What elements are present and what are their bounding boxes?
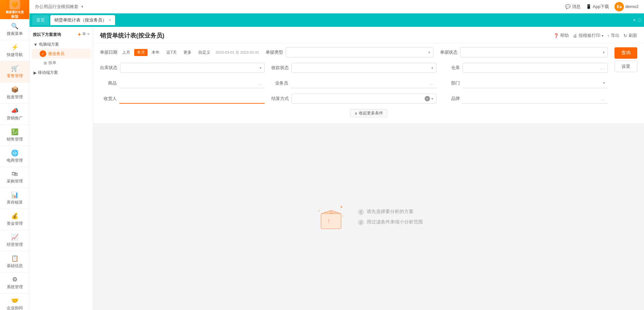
sidebar-item-purchase[interactable]: 🛍 采购管理 — [0, 167, 29, 188]
date-btn-year[interactable]: 本年 — [149, 49, 162, 56]
mobile-group-header[interactable]: ▶ 移动端方案 — [32, 68, 91, 77]
app-download-btn[interactable]: 📱 App下载 — [586, 4, 609, 10]
tab-bar: 首页 销货单统计表（按业务员） × × □ — [30, 13, 644, 27]
out-status-label: 出库状态 — [100, 65, 117, 71]
payment-status-label: 收款状态 — [271, 65, 289, 71]
sidebar-item-sales[interactable]: 💹 销售管理 — [0, 125, 29, 146]
warehouse-dots: ... — [600, 65, 605, 71]
goods-input[interactable]: ... — [119, 78, 265, 88]
tab-home[interactable]: 首页 — [32, 15, 49, 25]
breadcrumb-text: 办公用品行业模拟账套 — [35, 4, 78, 10]
logo-subtitle: 标版 — [11, 14, 18, 19]
department-input[interactable]: ▾ — [463, 78, 608, 88]
collapse-panel-btn[interactable]: « — [87, 32, 90, 38]
tree-item-salesperson-label: 按业务员 — [48, 51, 64, 57]
search-icon: 🔍 — [11, 22, 18, 30]
brand-dots: ... — [601, 96, 605, 102]
brand-input[interactable]: ... — [463, 94, 608, 104]
department-arrow: ▾ — [603, 81, 605, 85]
help-btn[interactable]: ❓ 帮助 — [553, 33, 569, 39]
maximize-btn[interactable]: □ — [639, 17, 641, 23]
collapse-bar: ∧ 收起更多条件 — [100, 107, 637, 119]
salesperson-input[interactable]: ... — [291, 78, 436, 88]
date-btn-7days[interactable]: 近7天 — [164, 49, 179, 56]
help-icon: ❓ — [553, 33, 559, 38]
filter-row-4: 收货人 结算方式 — [100, 94, 608, 104]
tree-item-order[interactable]: ⊞ 按单 — [32, 59, 91, 67]
sidebar-item-retail[interactable]: 🛒 零售管理 — [0, 61, 29, 83]
settlement-clear-btn[interactable]: × — [425, 96, 430, 101]
breadcrumb-arrow[interactable]: ▾ — [81, 4, 84, 9]
doc-type-arrow: ▾ — [428, 50, 430, 55]
sidebar-item-system[interactable]: ⚙ 系统管理 — [0, 272, 29, 294]
tree-group-mobile: ▶ 移动端方案 — [32, 68, 91, 77]
print-btn[interactable]: 🖨 按模板打印 ▾ — [573, 33, 603, 39]
settlement-input[interactable]: × ▾ — [291, 94, 436, 104]
date-range: 2023-03-01 至 2023-03-31 — [216, 50, 259, 55]
date-btn-cur-month[interactable]: 本月 — [134, 49, 148, 56]
empty-step-2: 2 用过滤条件来缩小分析范围 — [358, 219, 423, 225]
doc-status-label: 单据状态 — [440, 49, 458, 55]
tree-item-salesperson[interactable]: ✓ 按业务员 — [32, 49, 91, 59]
download-icon: 📱 — [586, 4, 591, 9]
sidebar-search[interactable]: 🔍 搜索菜单 — [0, 19, 29, 40]
settlement-field: 结算方式 × ▾ — [271, 94, 436, 104]
salesperson-field: 业务员 ... — [271, 78, 436, 88]
sidebar-item-operations[interactable]: 📈 经营管理 — [0, 230, 29, 251]
filter-row-1: 单据日期 上月 本月 本年 近7天 更多 自定义 2023-03-01 至 20… — [100, 47, 608, 57]
left-panel-header: 按以下方案查询 + ⚙ « — [30, 30, 93, 40]
breadcrumb: 办公用品行业模拟账套 ▾ — [35, 4, 84, 10]
sidebar-item-ecommerce[interactable]: 🌐 电商管理 — [0, 146, 29, 167]
payment-status-input[interactable]: ▾ — [291, 63, 436, 73]
filter-row-2: 出库状态 ▾ 收款状态 ▾ — [100, 63, 608, 73]
warehouse-label: 仓库 — [443, 65, 460, 71]
message-icon: 💬 — [565, 4, 571, 9]
export-btn[interactable]: ↑ 导出 — [607, 33, 620, 39]
warehouse-input[interactable]: ... — [463, 63, 608, 73]
sidebar-item-finance[interactable]: 💰 资金管理 — [0, 209, 29, 230]
sidebar-item-basic[interactable]: 📋 基础信息 — [0, 251, 29, 272]
right-content: 销货单统计表(按业务员) ❓ 帮助 🖨 按模板打印 ▾ ↑ 导出 — [93, 27, 644, 310]
left-panel-title: 按以下方案查询 — [33, 32, 61, 38]
out-status-field: 出库状态 ▾ — [100, 63, 265, 73]
message-btn[interactable]: 💬 消息 — [565, 4, 581, 10]
date-btn-custom[interactable]: 自定义 — [196, 49, 213, 56]
user-menu[interactable]: Ea demo2 — [614, 2, 639, 11]
add-scheme-btn[interactable]: + — [78, 32, 81, 38]
tab-close-btn[interactable]: × — [109, 18, 111, 22]
out-status-input[interactable]: ▾ — [120, 63, 265, 73]
collab-icon: 🤝 — [11, 297, 18, 304]
brand-field: 品牌 ... — [443, 94, 608, 104]
close-window-btn[interactable]: × — [633, 17, 636, 23]
doc-type-input[interactable]: ▾ — [286, 47, 433, 57]
department-field: 部门 ▾ — [443, 78, 608, 88]
purchase-icon: 🛍 — [12, 170, 18, 177]
sidebar-shortcut[interactable]: ⚡ 快捷导航 — [0, 40, 29, 61]
empty-step-1: 1 请先选择要分析的方案 — [358, 209, 423, 215]
print-icon: 🖨 — [573, 33, 577, 38]
shortcut-icon: ⚡ — [11, 44, 18, 51]
query-button[interactable]: 查询 — [614, 47, 637, 59]
sidebar-item-marketing[interactable]: 📣 营销推广 — [0, 104, 29, 125]
sidebar-item-inventory[interactable]: 📊 库存核算 — [0, 188, 29, 209]
receiver-input[interactable] — [119, 94, 265, 104]
refresh-btn[interactable]: ↻ 刷新 — [624, 33, 637, 39]
date-btn-more[interactable]: 更多 — [181, 49, 194, 56]
ecommerce-icon: 🌐 — [11, 149, 18, 157]
sidebar-item-wholesale[interactable]: 📦 批发管理 — [0, 83, 29, 104]
operations-icon: 📈 — [11, 234, 18, 241]
doc-status-input[interactable]: ▾ — [460, 47, 608, 57]
pc-group-header[interactable]: ▼ 电脑端方案 — [32, 40, 91, 49]
date-btn-prev-month[interactable]: 上月 — [119, 49, 133, 56]
scheme-settings-btn[interactable]: ⚙ — [82, 32, 86, 38]
goods-label: 商品 — [100, 80, 117, 86]
tree-section: ▼ 电脑端方案 ✓ 按业务员 ⊞ 按单 ▶ 移动端方案 — [30, 40, 93, 77]
tab-sales-report[interactable]: 销货单统计表（按业务员） × — [50, 15, 115, 25]
warehouse-field: 仓库 ... — [443, 63, 608, 73]
selected-indicator: ✓ — [40, 50, 46, 57]
app-logo: 🧡 畅捷通好生意 标版 — [0, 0, 30, 19]
sidebar-item-collab[interactable]: 🤝 企业协同 — [0, 294, 29, 310]
tree-group-pc: ▼ 电脑端方案 ✓ 按业务员 ⊞ 按单 — [32, 40, 91, 67]
collapse-btn[interactable]: ∧ 收起更多条件 — [350, 109, 387, 117]
setting-button[interactable]: 设置 — [614, 61, 637, 72]
